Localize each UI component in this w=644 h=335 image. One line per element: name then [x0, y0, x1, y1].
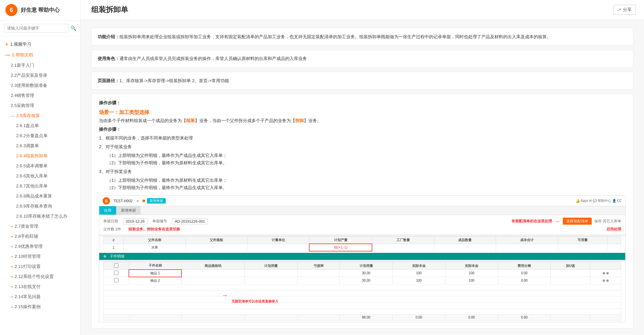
- sidebar-item-2-4[interactable]: 2.4销售管理: [11, 91, 80, 101]
- child-table-header: 子件名称 商品规格码 计划用量 亏损率 计划用量 实际本金 实际本金 费用分摊 …: [104, 262, 621, 270]
- form-label-date: 单据日期: [103, 219, 118, 224]
- minus-icon-2-6: —: [11, 113, 15, 118]
- sidebar-item-2-14[interactable]: + 2.14常见问题: [11, 292, 80, 302]
- plus-icon-2-7: +: [11, 224, 13, 229]
- footer-td-7: 0.00: [392, 315, 445, 321]
- tab-ziyong[interactable]: 自用: [99, 206, 116, 215]
- cth-spec: 商品规格码: [181, 262, 245, 270]
- section-divider-icon: ⊕: [103, 254, 106, 259]
- sidebar-item-2-7[interactable]: + 2.7资金管理: [11, 221, 80, 231]
- sidebar-item-2-6-9[interactable]: 2.6.9库存账本查询: [16, 201, 80, 211]
- sidebar-item-2-6-5[interactable]: 2.6.5成本调整单: [16, 161, 80, 171]
- ctd-name-2: 物品 2: [129, 277, 181, 284]
- sidebar-item-docs[interactable]: — 2.帮助文档: [0, 50, 80, 60]
- sidebar-item-2-2[interactable]: 2.2产品安装及登录: [11, 70, 80, 80]
- sidebar-item-2-3[interactable]: 2.3使用前数据准备: [11, 80, 80, 91]
- form-val-date[interactable]: 2019-12-26: [123, 218, 148, 224]
- sidebar-item-2-6-10[interactable]: 2.6.10库存账本错了怎么办: [16, 211, 80, 221]
- ann3-text: 启用处理: [606, 227, 621, 232]
- cth-plan-use: 计划用量: [245, 262, 297, 270]
- select-all-checkbox[interactable]: [114, 263, 118, 268]
- td-spec-1: [185, 244, 248, 251]
- form-val-bill[interactable]: AD-20191226-001: [172, 218, 208, 224]
- sidebar-item-2-12[interactable]: + 2.12系统个性化设置: [11, 272, 80, 282]
- footer-td-4: [245, 315, 297, 321]
- path-section: 页面路径：1、库存核算->库存管理->组装拆卸单 2、首页->常用功能: [91, 72, 633, 90]
- row-checkbox-1[interactable]: [114, 271, 118, 275]
- sidebar-item-2-15[interactable]: + 2.15操作案例: [11, 302, 80, 312]
- app-logo: 6: [103, 197, 110, 205]
- func-intro-label: 功能介绍：: [98, 34, 119, 39]
- plus-icon-2-9: +: [11, 244, 13, 249]
- logo-text: 好生意 帮助中心: [21, 7, 60, 14]
- ops-steps-section: 操作步骤： 场景一：加工类型选择 当由多个子件材料组装成一个成品的业务为【组装】…: [91, 94, 633, 329]
- sidebar-item-2-1[interactable]: 2.1新手入门: [11, 60, 80, 70]
- th-plan-qty: 计划产量: [309, 237, 372, 244]
- th-action: [608, 237, 621, 244]
- app-tabbar: 自用 新增单据: [99, 206, 625, 215]
- table-row-child-5: [104, 296, 621, 302]
- sidebar-item-2-6-3[interactable]: 2.6.3调拨单: [16, 141, 80, 151]
- parent-table-header: # 父件名称 父件规格 计量单位 计划产量 工厂数量 成品数量 成本合计 可用量: [104, 237, 621, 244]
- btn-new-doc[interactable]: 新增单据: [147, 198, 166, 204]
- sidebar-item-2-5[interactable]: 2.5采购管理: [11, 101, 80, 111]
- sidebar-item-2-6-2[interactable]: 2.6.2分量盘点单: [16, 131, 80, 141]
- parent-table-area: # 父件名称 父件规格 计量单位 计划产量 工厂数量 成品数量 成本合计 可用量: [99, 236, 625, 253]
- sidebar-item-video[interactable]: + 1.视频学习: [0, 39, 80, 50]
- ann1-area: 有装配清单的在这里处理 → 选择装配清单 保存 其它入库单: [213, 218, 621, 225]
- extra-btns: 保存 其它入库单: [594, 219, 621, 224]
- sidebar-item-2-8[interactable]: + 2.8手机旺辅: [11, 231, 80, 241]
- ctd-check-2: [104, 277, 129, 284]
- sidebar-logo: 6 好生意 帮助中心: [0, 0, 80, 20]
- sidebar-item-2-11[interactable]: + 2.11打印设置: [11, 262, 80, 272]
- ctd-spec-2: [181, 277, 245, 284]
- qty-annotation: 按(+1,-1): [334, 245, 347, 249]
- td-product-qty-1: [434, 244, 496, 251]
- row-checkbox-2[interactable]: [114, 278, 118, 282]
- app-screenshot-mock: 6 TEST-H002 ▼ 新增单据 🔔 Apps ✉ 💬 帮助中心 👤 CC …: [99, 196, 625, 322]
- sidebar-item-2-6-8[interactable]: 2.6.8商品成本重算: [16, 191, 80, 201]
- cth-plan-use2: 计划用量: [340, 262, 392, 270]
- th-num: #: [104, 237, 124, 244]
- sidebar-item-2-13[interactable]: + 2.13在线支付: [11, 282, 80, 292]
- th-parent-name: 父件名称: [123, 237, 185, 244]
- ops-title: 操作步骤：: [99, 100, 626, 106]
- nav-tree: + 1.视频学习 — 2.帮助文档 2.1新手入门 2.2产品安装及登录 2.3…: [0, 36, 80, 335]
- sidebar-item-label-video: 1.视频学习: [10, 41, 31, 47]
- footer-td-2: [129, 315, 181, 321]
- sidebar-item-2-10[interactable]: + 2.10经营管理: [11, 252, 80, 262]
- app-system-id: TEST-H002: [113, 199, 132, 203]
- child-table: 子件名称 商品规格码 计划用量 亏损率 计划用量 实际本金 实际本金 费用分摊 …: [103, 262, 621, 321]
- func-intro-section: 功能介绍：组装拆卸单用来处理企业组装或拆卸等加工业务，支持有固定装配清单的产品加…: [91, 28, 633, 46]
- tab-new-doc[interactable]: 新增单据: [116, 206, 141, 215]
- table-row-child-4: [104, 290, 621, 296]
- td-factory-qty-1: [372, 244, 434, 251]
- footer-td-6: 88.00: [340, 315, 392, 321]
- th-parent-spec: 父件规格: [185, 237, 248, 244]
- search-button[interactable]: 🔍: [70, 25, 76, 31]
- ctd-add-1: [551, 270, 590, 277]
- sidebar-item-2-6-7[interactable]: 2.6.7其他出库单: [16, 181, 80, 191]
- btn-select-bom[interactable]: 选择装配清单: [563, 218, 592, 225]
- app-topbar: 6 TEST-H002 ▼ 新增单据 🔔 Apps ✉ 💬 帮助中心 👤 CC: [99, 196, 625, 206]
- search-input[interactable]: [4, 24, 68, 33]
- th-factory-qty: 工厂数量: [372, 237, 434, 244]
- main-content: 组装拆卸单 ↗ 分享 功能介绍：组装拆卸单用来处理企业组装或拆卸等加工业务，支持…: [80, 0, 644, 335]
- sidebar-item-2-6-1[interactable]: 2.6.1盘点单: [16, 121, 80, 131]
- td-plan-qty-1[interactable]: 按(+1,-1): [309, 244, 372, 251]
- share-button[interactable]: ↗ 分享: [613, 5, 636, 15]
- func-intro-text: 组装拆卸单用来处理企业组装或拆卸等加工业务，支持有固定装配清单的产品加工业务，也…: [119, 34, 551, 39]
- th-available: 可用量: [558, 237, 607, 244]
- sidebar-item-2-6-6[interactable]: 2.6.6其他入库单: [16, 171, 80, 181]
- cth-name: 子件名称: [129, 262, 181, 270]
- footer-td-1: [104, 315, 129, 321]
- sidebar-item-2-6[interactable]: — 2.6库存核算: [11, 111, 80, 121]
- form-row-2: 父件数 2件 组装业务、拆卸业务在这里切换 启用处理: [103, 227, 621, 232]
- sidebar-item-2-6-4[interactable]: 2.6.4组装拆卸单: [16, 151, 80, 161]
- ctd-name-1[interactable]: 物品 1: [129, 270, 181, 277]
- step2-sub1: （1）上部明细为父件明细，最终作为产成品生成其它入库单；: [107, 153, 626, 159]
- ctd-action-2: ⊕ ⊗: [590, 277, 621, 284]
- cth-actual2: 实际本金: [445, 262, 498, 270]
- cth-loss: 亏损率: [298, 262, 340, 270]
- sidebar-item-2-9[interactable]: + 2.9优惠券管理: [11, 241, 80, 252]
